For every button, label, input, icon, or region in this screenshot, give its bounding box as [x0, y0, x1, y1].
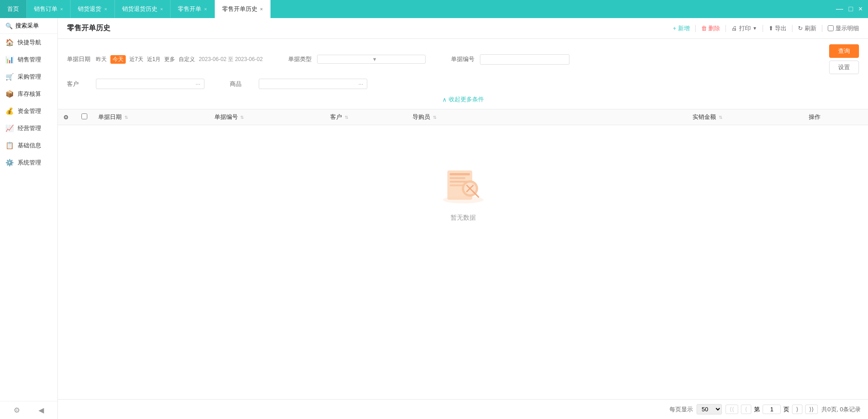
pagination-bar: 每页显示 50 100 200 ⟨⟨ ⟨ 第 页 ⟩ ⟩⟩ 共0页, 0条记录: [58, 399, 868, 419]
sidebar-collapse-icon[interactable]: ◀: [38, 406, 44, 414]
th-date-sort-icon: ⇅: [124, 115, 128, 120]
th-no[interactable]: 单据编号 ⇅: [209, 109, 325, 125]
filter-setting-button[interactable]: 设置: [829, 61, 859, 74]
empty-illustration: [436, 161, 490, 207]
tab-sales-return[interactable]: 销货退货 ×: [71, 0, 114, 18]
tab-retail-open[interactable]: 零售开单 ×: [171, 0, 214, 18]
th-salesperson-sort-icon: ⇅: [433, 115, 436, 120]
product-filter: 商品 ···: [230, 79, 367, 89]
sidebar: 🔍 搜索采单 🏠 快捷导航 📊 销售管理 🛒 采购管理 📦 库存核算 💰 资金管…: [0, 18, 58, 419]
separator-2: [726, 25, 726, 32]
tab-sales-return-close[interactable]: ×: [104, 6, 107, 12]
sidebar-item-purchase-mgmt[interactable]: 🛒 采购管理: [0, 68, 57, 85]
query-button[interactable]: 查询: [829, 44, 859, 58]
sidebar-item-system[interactable]: ⚙️ 系统管理: [0, 154, 57, 171]
th-customer-sort-icon: ⇅: [345, 115, 348, 120]
delete-button[interactable]: 🗑 删除: [701, 24, 721, 33]
sidebar-item-sales-mgmt[interactable]: 📊 销售管理: [0, 51, 57, 68]
th-salesperson-label: 导购员: [413, 113, 430, 120]
tab-retail-open-history-close[interactable]: ×: [260, 6, 263, 12]
svg-rect-5: [450, 184, 463, 186]
page-first-button[interactable]: ⟨⟨: [726, 405, 738, 414]
page-next-button[interactable]: ⟩: [792, 405, 802, 414]
th-amount-label: 实销金额: [693, 113, 716, 120]
page-number-input[interactable]: [763, 405, 781, 414]
product-ellipsis-icon[interactable]: ···: [358, 80, 363, 87]
table-container: ⚙ 单据日期 ⇅ 单据编号 ⇅: [58, 109, 868, 399]
customer-input[interactable]: [100, 80, 195, 87]
tab-sales-order-close[interactable]: ×: [60, 6, 63, 12]
th-salesperson[interactable]: 导购员 ⇅: [407, 109, 506, 125]
sales-icon: 📊: [5, 56, 14, 64]
svg-rect-2: [450, 173, 470, 175]
sidebar-item-quick-nav[interactable]: 🏠 快捷导航: [0, 34, 57, 51]
th-no-label: 单据编号: [214, 113, 238, 120]
th-date[interactable]: 单据日期 ⇅: [93, 109, 209, 125]
sidebar-item-inventory[interactable]: 📦 库存核算: [0, 85, 57, 103]
date-yesterday[interactable]: 昨天: [96, 56, 107, 63]
customer-filter: 客户 ···: [67, 79, 204, 89]
sidebar-item-finance[interactable]: 💰 资金管理: [0, 103, 57, 120]
date-7days[interactable]: 近7天: [129, 56, 143, 63]
header-actions: + 新增 🗑 删除 🖨 打印 ▼ ⬆ 导出 ↻ 刷新: [673, 24, 859, 33]
date-today[interactable]: 今天: [110, 55, 126, 64]
refresh-button[interactable]: ↻ 刷新: [798, 24, 816, 33]
page-size-select[interactable]: 50 100 200: [697, 404, 722, 414]
doc-no-input[interactable]: [484, 56, 565, 63]
th-amount[interactable]: 实销金额 ⇅: [687, 109, 803, 125]
date-1month[interactable]: 近1月: [147, 56, 161, 63]
th-customer[interactable]: 客户 ⇅: [325, 109, 407, 125]
page-header: 零售开单历史 + 新增 🗑 删除 🖨 打印 ▼ ⬆ 导出: [58, 18, 868, 39]
sidebar-search[interactable]: 🔍 搜索采单: [0, 18, 57, 34]
th-no-sort-icon: ⇅: [240, 115, 244, 120]
date-custom[interactable]: 自定义: [179, 56, 195, 63]
doc-type-select[interactable]: ▼: [317, 55, 426, 64]
doc-no-input-wrap: [480, 54, 569, 65]
tab-retail-open-close[interactable]: ×: [204, 6, 207, 12]
doc-type-arrow-icon: ▼: [372, 56, 422, 62]
date-options: 昨天 今天 近7天 近1月 更多 自定义: [96, 55, 195, 64]
total-info: 共0页, 0条记录: [821, 405, 861, 414]
export-button[interactable]: ⬆ 导出: [768, 24, 787, 33]
doc-type-label: 单据类型: [288, 55, 313, 63]
customer-input-wrap: ···: [96, 79, 204, 89]
select-all-checkbox[interactable]: [81, 113, 87, 119]
sidebar-item-base-info[interactable]: 📋 基础信息: [0, 137, 57, 154]
filter-row-1: 单据日期 昨天 今天 近7天 近1月 更多 自定义 2023-06-02 至 2…: [67, 44, 859, 74]
window-minimize-icon[interactable]: —: [836, 5, 843, 13]
tab-home[interactable]: 首页: [0, 0, 27, 18]
add-button[interactable]: + 新增: [673, 24, 689, 33]
th-spacer: [506, 109, 687, 125]
customer-label: 客户: [67, 80, 92, 88]
purchase-icon: 🛒: [5, 73, 14, 81]
collapse-filter-button[interactable]: ∧ 收起更多条件: [67, 94, 859, 104]
sidebar-item-business[interactable]: 📈 经营管理: [0, 120, 57, 137]
print-button[interactable]: 🖨 打印 ▼: [731, 24, 757, 33]
th-amount-sort-icon: ⇅: [719, 115, 722, 120]
product-input[interactable]: [263, 80, 358, 87]
tab-retail-open-history[interactable]: 零售开单历史 ×: [215, 0, 270, 18]
customer-ellipsis-icon[interactable]: ···: [195, 80, 200, 87]
date-more[interactable]: 更多: [164, 56, 175, 63]
tab-sales-return-history[interactable]: 销货退货历史 ×: [115, 0, 171, 18]
sidebar-bottom: ⚙ ◀: [0, 401, 57, 419]
system-icon: ⚙️: [5, 159, 14, 167]
display-detail-checkbox[interactable]: [828, 25, 834, 31]
tab-sales-order[interactable]: 销售订单 ×: [27, 0, 71, 18]
table-header-row: ⚙ 单据日期 ⇅ 单据编号 ⇅: [58, 109, 868, 125]
query-actions: 查询 设置: [829, 44, 859, 74]
page-last-button[interactable]: ⟩⟩: [805, 405, 818, 414]
page-prev-button[interactable]: ⟨: [741, 405, 751, 414]
table-settings-icon[interactable]: ⚙: [63, 114, 69, 121]
display-detail-toggle[interactable]: 显示明细: [828, 24, 859, 33]
finance-icon: 💰: [5, 107, 14, 115]
page-nav: ⟨⟨ ⟨ 第 页 ⟩ ⟩⟩: [726, 405, 818, 414]
date-range-display: 2023-06-02 至 2023-06-02: [199, 56, 262, 63]
tab-sales-return-history-close[interactable]: ×: [160, 6, 163, 12]
th-action: 操作: [803, 109, 868, 125]
business-icon: 📈: [5, 124, 14, 132]
search-icon: 🔍: [5, 23, 13, 29]
sidebar-settings-icon[interactable]: ⚙: [14, 406, 20, 414]
window-maximize-icon[interactable]: □: [849, 5, 853, 13]
window-close-icon[interactable]: ×: [859, 5, 863, 13]
